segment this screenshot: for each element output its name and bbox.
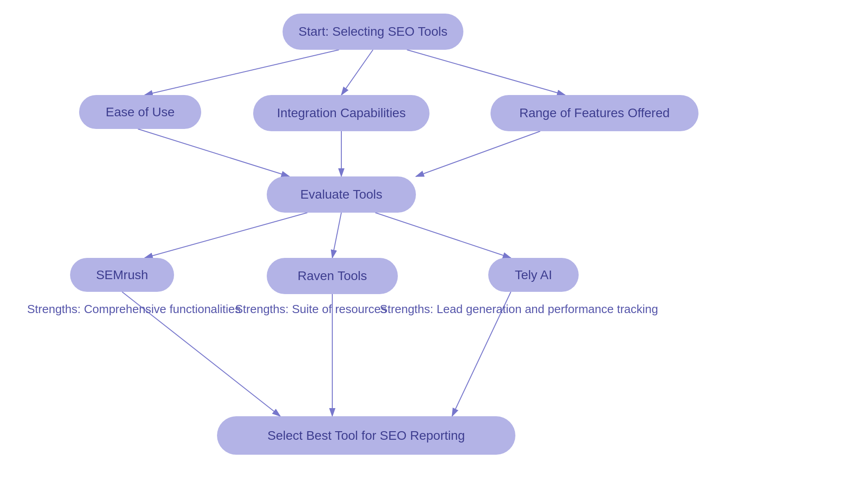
strength-semrush: Strengths: Comprehensive functionalities bbox=[27, 302, 241, 316]
arrow-start-ease bbox=[145, 50, 339, 95]
arrow-ease-evaluate bbox=[138, 129, 289, 176]
arrow-evaluate-semrush bbox=[145, 213, 307, 258]
arrow-start-integration bbox=[341, 50, 373, 95]
node-range-features: Range of Features Offered bbox=[491, 95, 698, 131]
diagram-container: Start: Selecting SEO Tools Ease of Use I… bbox=[0, 0, 868, 490]
node-ease-of-use: Ease of Use bbox=[79, 95, 201, 129]
strength-tely: Strengths: Lead generation and performan… bbox=[380, 302, 658, 316]
node-start: Start: Selecting SEO Tools bbox=[283, 14, 463, 50]
arrow-range-evaluate bbox=[416, 131, 540, 176]
strength-raven: Strengths: Suite of resources bbox=[235, 302, 387, 316]
arrow-evaluate-tely bbox=[375, 213, 511, 258]
arrow-evaluate-raven bbox=[332, 213, 341, 258]
node-semrush: SEMrush bbox=[70, 258, 174, 292]
arrow-start-range bbox=[407, 50, 565, 95]
node-select-best: Select Best Tool for SEO Reporting bbox=[217, 416, 515, 455]
node-tely-ai: Tely AI bbox=[488, 258, 579, 292]
node-evaluate: Evaluate Tools bbox=[267, 176, 416, 213]
node-integration: Integration Capabilities bbox=[253, 95, 429, 131]
node-raven-tools: Raven Tools bbox=[267, 258, 398, 294]
